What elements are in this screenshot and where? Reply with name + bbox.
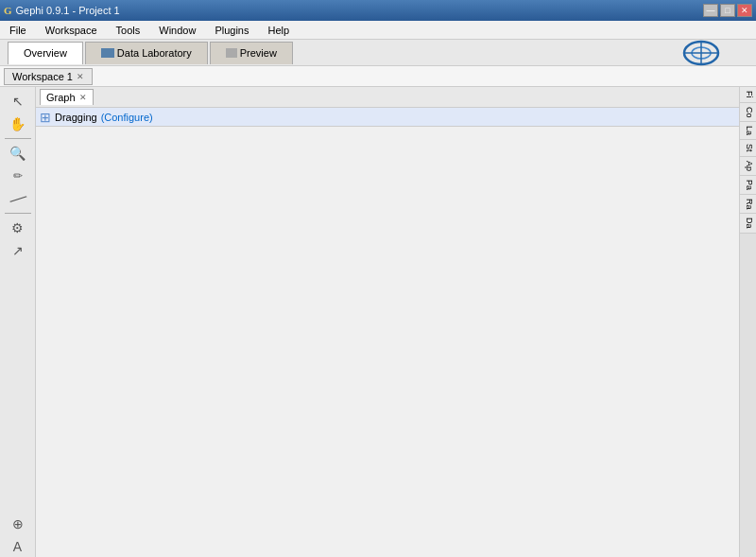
workspace-bar: Workspace 1 ✕	[0, 66, 756, 87]
dragging-bar: ⊞ Dragging (Configure)	[36, 108, 739, 127]
sidebar-icon-bottom2[interactable]: A	[5, 536, 31, 557]
sidebar-icon-zoom[interactable]: 🔍	[5, 143, 31, 164]
panel-tab-filters[interactable]: Fi	[740, 87, 756, 103]
graph-tab-item[interactable]: Graph ✕	[40, 89, 94, 105]
graph-tab-bar: Graph ✕	[36, 87, 739, 108]
menu-file[interactable]: File	[4, 23, 32, 38]
gephi-logo	[682, 40, 748, 66]
panel-tab-layout[interactable]: La	[740, 122, 756, 140]
preview-icon	[226, 48, 237, 58]
data-lab-icon	[101, 48, 114, 58]
sidebar-icon-cursor[interactable]: ↗	[5, 240, 31, 261]
tab-overview[interactable]: Overview	[8, 42, 83, 64]
title-bar: G Gephi 0.9.1 - Project 1 — □ ✕	[0, 0, 756, 21]
close-app-button[interactable]: ✕	[737, 4, 752, 17]
panel-tab-context[interactable]: Co	[740, 103, 756, 123]
sidebar-icon-move[interactable]: ✋	[5, 113, 31, 134]
title-bar-left: G Gephi 0.9.1 - Project 1	[4, 5, 120, 16]
menu-plugins[interactable]: Plugins	[209, 23, 254, 38]
tab-preview[interactable]: Preview	[210, 42, 293, 64]
tab-data-laboratory[interactable]: Data Laboratory	[85, 42, 208, 64]
sidebar-icon-settings[interactable]: ⚙	[5, 218, 31, 238]
workspace-close-icon[interactable]: ✕	[77, 72, 84, 81]
sidebar-separator-1	[5, 138, 31, 139]
minimize-button[interactable]: —	[703, 4, 718, 17]
graph-tab-close-icon[interactable]: ✕	[79, 93, 87, 102]
menu-workspace[interactable]: Workspace	[40, 23, 103, 38]
configure-link[interactable]: (Configure)	[101, 112, 153, 123]
left-sidebar: ↖ ✋ 🔍 ✏ ╱ ⚙ ↗ ⊕ A	[0, 87, 36, 557]
sidebar-icon-select[interactable]: ↖	[5, 91, 31, 112]
sidebar-icon-bottom1[interactable]: ⊕	[5, 513, 31, 534]
gephi-logo-area	[682, 40, 748, 66]
tab-bar: Overview Data Laboratory Preview	[0, 40, 756, 66]
app-title: Gephi 0.9.1 - Project 1	[16, 5, 120, 16]
panel-tab-partition[interactable]: Pa	[740, 176, 756, 195]
panel-tab-stats[interactable]: St	[740, 140, 756, 157]
sidebar-icon-line[interactable]: ╱	[1, 182, 34, 215]
dragging-label: Dragging	[55, 112, 97, 123]
dragging-icon: ⊞	[40, 110, 51, 125]
graph-tab-label: Graph	[46, 92, 76, 103]
workspace-tab[interactable]: Workspace 1 ✕	[4, 68, 93, 85]
main-layout: ↖ ✋ 🔍 ✏ ╱ ⚙ ↗ ⊕ A Graph ✕ ⊞ Dragging (Co…	[0, 87, 756, 557]
graph-area: Graph ✕ ⊞ Dragging (Configure)	[36, 87, 739, 557]
menu-tools[interactable]: Tools	[111, 23, 146, 38]
menu-bar: File Workspace Tools Window Plugins Help	[0, 21, 756, 40]
maximize-button[interactable]: □	[720, 4, 735, 17]
panel-tab-ranking[interactable]: Ra	[740, 195, 756, 215]
workspace-label: Workspace 1	[12, 71, 73, 82]
panel-tab-appearance[interactable]: Ap	[740, 157, 756, 176]
app-icon: G	[4, 5, 12, 16]
title-bar-controls: — □ ✕	[703, 4, 752, 17]
menu-help[interactable]: Help	[262, 23, 295, 38]
menu-window[interactable]: Window	[153, 23, 201, 38]
panel-tab-data[interactable]: Da	[740, 214, 756, 234]
right-panel-tabs: Fi Co La St Ap Pa Ra Da	[739, 87, 756, 557]
